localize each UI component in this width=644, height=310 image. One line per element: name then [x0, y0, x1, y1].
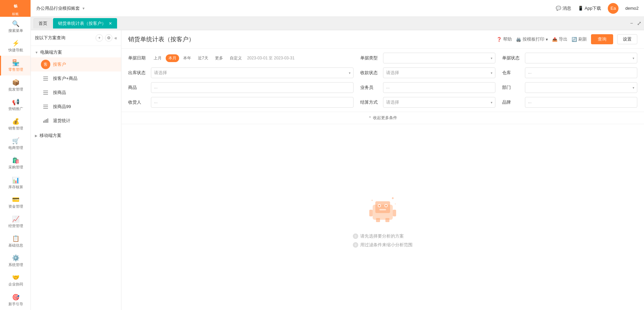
mobile-group-header[interactable]: ▶ 移动端方案 [31, 131, 121, 141]
svg-rect-9 [43, 106, 48, 107]
date-tab-this-month[interactable]: 本月 [166, 54, 179, 62]
basic-icon: 📋 [12, 235, 19, 242]
user-avatar[interactable]: Ea [608, 3, 619, 14]
sidebar-item-basic[interactable]: 📋 基础信息 [0, 231, 31, 251]
query-button[interactable]: 查询 [591, 34, 613, 44]
collapse-bar: ⌃ 收起更多条件 [121, 112, 644, 124]
sidebar-item-sales[interactable]: 💰 销售管理 [0, 114, 31, 134]
refresh-icon: 🔄 [572, 37, 577, 42]
date-tab-this-year[interactable]: 本年 [180, 54, 194, 62]
scheme-item-by-customer-label: 按客户 [53, 61, 66, 67]
refresh-label: 刷新 [578, 36, 587, 42]
sidebar-item-newuser[interactable]: 🎯 新手引导 [0, 290, 31, 310]
doc-status-label: 单据状态 [502, 55, 522, 61]
pc-group-header[interactable]: ▼ 电脑端方案 [31, 47, 121, 57]
product-placeholder: ··· [154, 85, 158, 90]
date-tab-custom[interactable]: 自定义 [227, 54, 245, 62]
tab-minimize-button[interactable]: － [629, 20, 634, 27]
date-tab-more[interactable]: 更多 [212, 54, 226, 62]
pc-scheme-group: ▼ 电脑端方案 客 按客户 按客户+商品 按商品 [31, 46, 121, 129]
sidebar-item-retail[interactable]: 🏪 零售管理 [0, 56, 31, 75]
sidebar-item-wholesale[interactable]: 📦 批发管理 [0, 75, 31, 95]
filter-group-doc-type: 单据类型 ▾ [360, 53, 495, 63]
purchase-icon: 🛍️ [12, 157, 19, 164]
sidebar-item-system[interactable]: ⚙️ 系统管理 [0, 251, 31, 270]
refresh-button[interactable]: 🔄 刷新 [572, 36, 587, 42]
export-button[interactable]: 📤 导出 [552, 36, 568, 42]
sidebar-item-operation[interactable]: 📈 经营管理 [0, 212, 31, 231]
left-panel: 按以下方案查询 + ⚙ « ▼ 电脑端方案 [31, 30, 121, 310]
svg-rect-6 [43, 92, 48, 93]
wholesale-icon: 📦 [12, 79, 19, 86]
tab-sales-stats[interactable]: 销货单统计表（按客户） ✕ [53, 18, 117, 29]
mobile-arrow-icon: ▶ [35, 134, 38, 138]
date-tab-last-month[interactable]: 上月 [151, 54, 164, 62]
print-label: 按模板打印 [523, 36, 544, 42]
doc-type-select[interactable]: ▾ [383, 53, 495, 63]
add-scheme-button[interactable]: + [96, 34, 103, 42]
sidebar-item-inventory[interactable]: 📊 库存核算 [0, 173, 31, 193]
message-label: 消息 [562, 5, 571, 11]
receipt-status-placeholder: 请选择 [386, 70, 399, 76]
scheme-item-by-customer[interactable]: 客 按客户 [31, 57, 121, 71]
tab-home[interactable]: 首页 [34, 18, 52, 29]
filter-group-receipt-status: 收款状态 请选择 ▾ [360, 67, 495, 78]
sidebar-item-ecommerce[interactable]: 🛒 电商管理 [0, 134, 31, 153]
receipt-status-arrow-icon: ▾ [491, 71, 492, 75]
sidebar-item-purchase[interactable]: 🛍️ 采购管理 [0, 153, 31, 173]
sidebar-item-marketing[interactable]: 📢 营销推广 [0, 95, 31, 114]
sidebar-item-ecommerce-label: 电商管理 [8, 146, 23, 150]
recipient-select[interactable]: ··· [151, 97, 354, 108]
scheme-item-by-product[interactable]: 按商品 [31, 86, 121, 100]
sidebar: 畅 标账 🔍 搜索菜单 ⚡ 快捷导航 🏪 零售管理 📦 批发管理 📢 营销推广 … [0, 0, 31, 310]
print-button[interactable]: 🖨️ 按模板打印 ▾ [516, 36, 548, 42]
settings-button[interactable]: 设置 [617, 34, 637, 44]
settings-scheme-button[interactable]: ⚙ [105, 34, 112, 42]
filter-row-2: 出库状态 请选择 ▾ 收款状态 请选择 ▾ [128, 67, 637, 78]
brand-select[interactable]: ··· [525, 97, 637, 108]
salesperson-select[interactable]: ··· [383, 82, 495, 93]
payment-select[interactable]: 请选择 ▾ [383, 97, 495, 108]
svg-text:✦: ✦ [371, 199, 373, 202]
header-right: 💬 消息 📱 App下载 Ea demo2 [556, 3, 639, 14]
message-button[interactable]: 💬 消息 [556, 5, 571, 11]
sidebar-item-enterprise[interactable]: 🤝 企业协同 [0, 270, 31, 290]
scheme-item-by-customer-product[interactable]: 按客户+商品 [31, 71, 121, 86]
svg-text:✦: ✦ [394, 203, 396, 205]
filter-row-4: 收货人 ··· 结算方式 请选择 ▾ [128, 97, 637, 108]
tab-home-label: 首页 [39, 20, 47, 27]
svg-rect-25 [385, 218, 389, 222]
svg-rect-13 [46, 119, 47, 123]
payment-arrow-icon: ▾ [491, 101, 492, 104]
scheme-item-return-stats[interactable]: 退货统计 [31, 114, 121, 128]
app-download-button[interactable]: 📱 App下载 [578, 5, 601, 11]
svg-text:✦: ✦ [391, 196, 394, 201]
filter-group-warehouse: 仓库 ··· [502, 67, 637, 78]
product-select[interactable]: ··· [151, 82, 354, 93]
date-tab-7days[interactable]: 近7天 [195, 54, 211, 62]
header-dropdown-icon[interactable]: ▾ [83, 6, 85, 11]
receipt-status-select[interactable]: 请选择 ▾ [383, 67, 495, 78]
scheme-item-cp-icon [41, 74, 50, 83]
help-button[interactable]: ❓ 帮助 [496, 36, 512, 42]
collapse-more-button[interactable]: ⌃ 收起更多条件 [364, 114, 401, 122]
department-select[interactable]: ▾ [525, 82, 637, 93]
scheme-item-by-product99[interactable]: 按商品99 [31, 100, 121, 114]
tab-close-button[interactable]: ✕ [109, 21, 112, 26]
help-label: 帮助 [503, 36, 512, 42]
sidebar-item-search[interactable]: 🔍 搜索菜单 [0, 17, 31, 36]
doc-status-select[interactable]: ▾ [525, 53, 637, 63]
warehouse-select[interactable]: ··· [525, 67, 637, 78]
sidebar-item-finance[interactable]: 💳 资金管理 [0, 193, 31, 212]
sidebar-item-quick[interactable]: ⚡ 快捷导航 [0, 36, 31, 56]
logo[interactable]: 畅 标账 [0, 0, 31, 17]
svg-rect-10 [43, 108, 48, 109]
svg-rect-22 [369, 210, 373, 216]
warehouse-placeholder: ··· [528, 70, 532, 75]
sidebar-item-basic-label: 基础信息 [8, 243, 23, 248]
out-status-select[interactable]: 请选择 ▾ [151, 67, 354, 78]
tab-maximize-button[interactable]: ⤢ [637, 20, 641, 27]
retail-icon: 🏪 [12, 59, 19, 66]
sidebar-item-quick-label: 快捷导航 [8, 48, 23, 52]
collapse-panel-button[interactable]: « [114, 35, 117, 41]
